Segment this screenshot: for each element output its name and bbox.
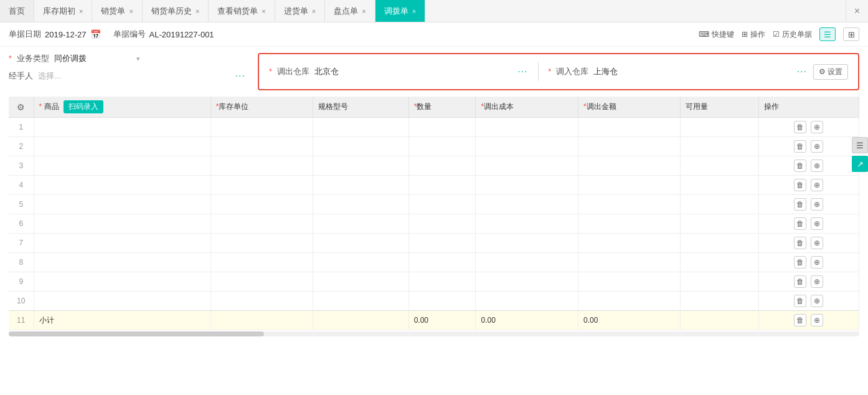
row-qty[interactable] bbox=[408, 234, 476, 253]
row-cost[interactable] bbox=[476, 234, 578, 253]
table-row: 11 小计 0.00 0.00 0.00 🗑 ⊕ bbox=[9, 311, 859, 330]
delete-btn[interactable]: 🗑 bbox=[794, 314, 806, 326]
copy-row-btn[interactable]: ⊕ bbox=[811, 198, 823, 211]
warehouse-settings-btn[interactable]: ⚙ 设置 bbox=[813, 64, 848, 80]
copy-row-btn[interactable]: ⊕ bbox=[811, 237, 823, 249]
calendar-icon[interactable]: 📅 bbox=[90, 29, 101, 39]
copy-row-btn[interactable]: ⊕ bbox=[811, 179, 823, 191]
tab-transfer-order[interactable]: 调拨单 × bbox=[375, 0, 425, 22]
in-warehouse-more-btn[interactable]: ··· bbox=[797, 66, 807, 77]
row-product[interactable] bbox=[34, 253, 210, 272]
row-available bbox=[681, 214, 758, 234]
row-product[interactable] bbox=[34, 118, 210, 137]
tab-purchase-order-close[interactable]: × bbox=[312, 7, 316, 15]
shortcut-btn[interactable]: ⌨ 快捷键 bbox=[699, 29, 734, 40]
layout-list-btn[interactable]: ☰ bbox=[819, 27, 836, 41]
out-warehouse-label: 调出仓库 bbox=[277, 66, 309, 77]
copy-row-btn[interactable]: ⊕ bbox=[811, 217, 823, 230]
delete-row-btn[interactable]: 🗑 bbox=[794, 159, 806, 172]
tab-purchase-order[interactable]: 进货单 × bbox=[275, 0, 325, 22]
row-qty[interactable] bbox=[408, 156, 476, 176]
table-settings-icon[interactable]: ⚙ bbox=[17, 102, 25, 112]
row-cost[interactable] bbox=[476, 156, 578, 176]
business-type-value: 同价调拨 bbox=[54, 53, 129, 64]
row-cost[interactable] bbox=[476, 272, 578, 292]
delete-row-btn[interactable]: 🗑 bbox=[794, 256, 806, 269]
row-op: 🗑 ⊕ bbox=[758, 272, 859, 292]
copy-row-btn[interactable]: ⊕ bbox=[811, 159, 823, 172]
row-cost[interactable] bbox=[476, 292, 578, 311]
tab-sales-history-close[interactable]: × bbox=[196, 7, 199, 15]
th-settings[interactable]: ⚙ bbox=[9, 97, 34, 118]
row-cost[interactable] bbox=[476, 253, 578, 272]
row-available bbox=[681, 156, 758, 176]
row-qty[interactable] bbox=[408, 195, 476, 214]
row-product[interactable] bbox=[34, 156, 210, 176]
row-cost[interactable] bbox=[476, 137, 578, 156]
row-product[interactable] bbox=[34, 234, 210, 253]
tab-sales-history[interactable]: 销货单历史 × bbox=[143, 0, 209, 22]
row-qty[interactable] bbox=[408, 118, 476, 137]
tab-inventory-count[interactable]: 盘点单 × bbox=[325, 0, 375, 22]
delete-row-btn[interactable]: 🗑 bbox=[794, 275, 806, 288]
tab-inventory-count-close[interactable]: × bbox=[362, 7, 366, 15]
right-side-buttons: ☰ ↗ bbox=[852, 137, 868, 172]
row-amount bbox=[578, 292, 681, 311]
date-value: 2019-12-27 bbox=[45, 30, 87, 39]
table-scrollbar[interactable] bbox=[9, 331, 859, 336]
table-row: 5 🗑 ⊕ bbox=[9, 195, 859, 214]
tab-sales-order[interactable]: 销货单 × bbox=[92, 0, 142, 22]
out-warehouse-more-btn[interactable]: ··· bbox=[517, 66, 527, 77]
row-qty[interactable] bbox=[408, 292, 476, 311]
delete-row-btn[interactable]: 🗑 bbox=[794, 237, 806, 249]
layout-grid-btn[interactable]: ⊞ bbox=[843, 27, 859, 41]
delete-row-btn[interactable]: 🗑 bbox=[794, 140, 806, 153]
delete-row-btn[interactable]: 🗑 bbox=[794, 217, 806, 230]
operation-btn[interactable]: ⊞ 操作 bbox=[742, 29, 765, 40]
row-qty[interactable] bbox=[408, 214, 476, 234]
row-spec bbox=[313, 234, 408, 253]
window-close-button[interactable]: × bbox=[846, 0, 868, 22]
tab-inventory-init[interactable]: 库存期初 × bbox=[34, 0, 92, 22]
right-btn-expand[interactable]: ↗ bbox=[852, 156, 868, 172]
row-cost[interactable] bbox=[476, 214, 578, 234]
right-btn-list[interactable]: ☰ bbox=[852, 137, 868, 153]
row-qty[interactable] bbox=[408, 272, 476, 292]
delete-row-btn[interactable]: 🗑 bbox=[794, 179, 806, 191]
row-product[interactable] bbox=[34, 292, 210, 311]
row-product[interactable] bbox=[34, 214, 210, 234]
row-product[interactable] bbox=[34, 272, 210, 292]
person-more-btn[interactable]: ··· bbox=[235, 70, 245, 82]
delete-row-btn[interactable]: 🗑 bbox=[794, 295, 806, 307]
delete-row-btn[interactable]: 🗑 bbox=[794, 198, 806, 211]
row-cost[interactable] bbox=[476, 118, 578, 137]
row-qty[interactable] bbox=[408, 176, 476, 195]
tab-home[interactable]: 首页 bbox=[0, 0, 34, 22]
row-op: 🗑 ⊕ bbox=[758, 176, 859, 195]
scan-btn[interactable]: 扫码录入 bbox=[64, 100, 103, 113]
row-qty[interactable] bbox=[408, 137, 476, 156]
copy-row-btn[interactable]: ⊕ bbox=[811, 140, 823, 153]
person-value[interactable]: 选择... bbox=[38, 70, 113, 82]
row-product[interactable] bbox=[34, 137, 210, 156]
row-product[interactable] bbox=[34, 176, 210, 195]
copy-btn[interactable]: ⊕ bbox=[811, 314, 823, 326]
copy-row-btn[interactable]: ⊕ bbox=[811, 295, 823, 307]
row-cost[interactable] bbox=[476, 195, 578, 214]
table-row: 2 🗑 ⊕ bbox=[9, 137, 859, 156]
tab-view-sales[interactable]: 查看销货单 × bbox=[209, 0, 275, 22]
business-type-dropdown[interactable]: ▾ bbox=[136, 55, 140, 63]
row-qty[interactable] bbox=[408, 253, 476, 272]
history-btn[interactable]: ☑ 历史单据 bbox=[773, 29, 812, 40]
row-product[interactable] bbox=[34, 195, 210, 214]
tab-sales-order-close[interactable]: × bbox=[129, 7, 133, 15]
copy-row-btn[interactable]: ⊕ bbox=[811, 275, 823, 288]
row-cost[interactable] bbox=[476, 176, 578, 195]
business-type-required: * bbox=[9, 54, 12, 63]
tab-inventory-init-close[interactable]: × bbox=[79, 7, 83, 15]
tab-transfer-order-close[interactable]: × bbox=[412, 7, 416, 15]
tab-view-sales-close[interactable]: × bbox=[262, 7, 265, 15]
delete-row-btn[interactable]: 🗑 bbox=[794, 121, 806, 133]
copy-row-btn[interactable]: ⊕ bbox=[811, 121, 823, 133]
copy-row-btn[interactable]: ⊕ bbox=[811, 256, 823, 269]
